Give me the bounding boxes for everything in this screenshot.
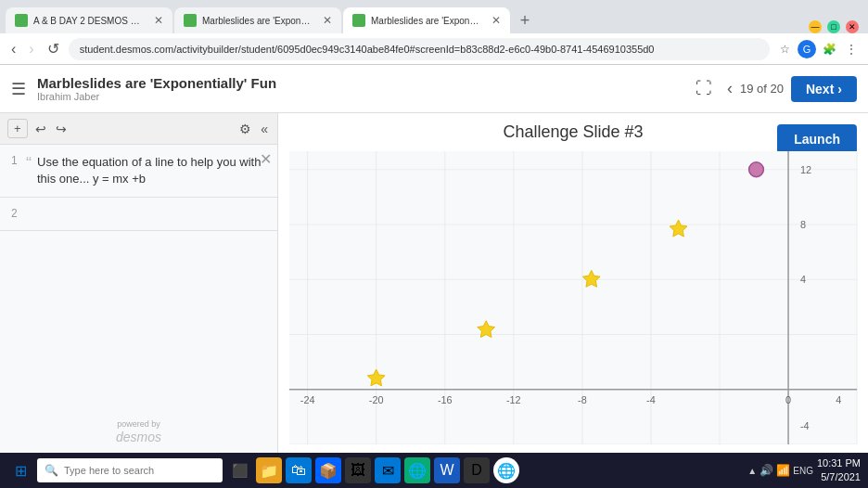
taskbar-search-bar[interactable]: 🔍 xyxy=(37,458,223,482)
app-title: Marbleslides are 'Exponentially' Fun xyxy=(37,75,696,91)
tab-2[interactable]: Marbleslides are 'Exponentially' Fun ✕ xyxy=(174,7,341,33)
taskbar-photos[interactable]: 🖼 xyxy=(345,457,371,483)
panel-item-1-num: 1 xyxy=(11,154,26,187)
tab-bar: A & B DAY 2 DESMOS CW/HW: ... ✕ Marblesl… xyxy=(0,0,868,33)
panel-item-1-quote: “ xyxy=(26,154,32,187)
taskbar: ⊞ 🔍 ⬛ 📁 🛍 📦 🖼 ✉ 🌐 W D 🌐 ▲ 🔊 📶 ENG xyxy=(0,453,868,488)
svg-text:4: 4 xyxy=(800,274,806,285)
maximize-button[interactable]: □ xyxy=(827,20,840,33)
panel-item-1-close[interactable]: ✕ xyxy=(260,150,272,168)
address-bar-row: ‹ › ↺ ☆ G 🧩 ⋮ xyxy=(0,33,868,65)
svg-text:12: 12 xyxy=(800,164,811,175)
svg-text:-12: -12 xyxy=(506,394,521,405)
svg-text:-4: -4 xyxy=(646,394,656,405)
svg-text:-16: -16 xyxy=(438,394,453,405)
tab-3-label: Marbleslides are 'Exponentially' Fun xyxy=(371,16,482,26)
taskbar-dropbox[interactable]: 📦 xyxy=(315,457,341,483)
panel-item-1-text: Use the equation of a line to help you w… xyxy=(37,154,266,187)
svg-text:-20: -20 xyxy=(369,394,384,405)
menu-icon[interactable]: ☰ xyxy=(11,79,26,99)
taskbar-edge[interactable]: 🌐 xyxy=(404,457,430,483)
taskbar-sys-icons: ▲ 🔊 📶 ENG xyxy=(747,464,813,477)
tab-3-favicon xyxy=(352,14,365,27)
browser-chrome: A & B DAY 2 DESMOS CW/HW: ... ✕ Marblesl… xyxy=(0,0,868,488)
tab-2-label: Marbleslides are 'Exponentially' Fun xyxy=(202,16,313,26)
forward-button[interactable]: › xyxy=(25,39,37,59)
svg-text:-8: -8 xyxy=(578,394,587,405)
svg-text:-24: -24 xyxy=(300,394,315,405)
svg-text:0: 0 xyxy=(785,394,791,405)
task-view-icon[interactable]: ⬛ xyxy=(226,457,252,483)
settings-icon[interactable]: ⚙ xyxy=(237,120,253,138)
collapse-panel-button[interactable]: « xyxy=(259,120,270,138)
panel-content: 1 “ Use the equation of a line to help y… xyxy=(0,145,277,231)
panel-item-2: 2 xyxy=(0,198,277,231)
tab-1[interactable]: A & B DAY 2 DESMOS CW/HW: ... ✕ xyxy=(6,7,172,33)
taskbar-word[interactable]: W xyxy=(434,457,460,483)
next-label: Next xyxy=(806,82,834,96)
tab-1-favicon xyxy=(15,14,28,27)
powered-by: powered by desmos xyxy=(0,419,277,445)
profile-icon[interactable]: G xyxy=(798,40,816,58)
graph-svg: -24 -20 -16 -12 -8 -4 0 4 12 8 4 -4 xyxy=(278,151,868,444)
start-button[interactable]: ⊞ xyxy=(7,457,33,483)
taskbar-right: ▲ 🔊 📶 ENG 10:31 PM 5/7/2021 xyxy=(747,456,861,485)
toolbar-icons: ☆ G 🧩 ⋮ xyxy=(775,40,861,58)
redo-button[interactable]: ↪ xyxy=(54,120,69,138)
back-button[interactable]: ‹ xyxy=(7,39,19,59)
undo-button[interactable]: ↩ xyxy=(33,120,48,138)
tab-2-favicon xyxy=(184,14,197,27)
eng-label: ENG xyxy=(793,466,813,476)
taskbar-chrome[interactable]: 🌐 xyxy=(493,457,519,483)
tab-3-close[interactable]: ✕ xyxy=(491,14,501,27)
extension-icon[interactable]: 🧩 xyxy=(820,40,838,58)
app-title-block: Marbleslides are 'Exponentially' Fun Ibr… xyxy=(37,75,696,102)
new-tab-button[interactable]: + xyxy=(512,7,538,33)
graph-container: -24 -20 -16 -12 -8 -4 0 4 12 8 4 -4 xyxy=(278,151,868,444)
close-button[interactable]: ✕ xyxy=(846,20,859,33)
tab-3[interactable]: Marbleslides are 'Exponentially' Fun ✕ xyxy=(343,7,510,33)
taskbar-desmos[interactable]: D xyxy=(464,457,490,483)
tab-1-label: A & B DAY 2 DESMOS CW/HW: ... xyxy=(33,16,145,26)
reload-button[interactable]: ↺ xyxy=(44,38,63,59)
date: 5/7/2021 xyxy=(817,470,861,484)
prev-page-button[interactable]: ‹ xyxy=(727,79,733,98)
svg-text:4: 4 xyxy=(836,394,841,405)
desmos-logo: desmos xyxy=(116,430,161,444)
svg-text:-4: -4 xyxy=(800,420,810,431)
next-arrow-icon: › xyxy=(837,82,842,96)
bookmark-icon[interactable]: ☆ xyxy=(775,40,794,58)
panel-item-1: 1 “ Use the equation of a line to help y… xyxy=(0,145,277,198)
taskbar-search-input[interactable] xyxy=(64,465,194,476)
main-content: + ↩ ↪ ⚙ « 1 “ Use the equation of a line… xyxy=(0,113,868,453)
page-count: 19 of 20 xyxy=(740,82,784,96)
powered-by-text: powered by xyxy=(0,419,277,429)
marble xyxy=(749,162,764,177)
app-subtitle: Ibrahim Jaber xyxy=(37,91,696,102)
left-panel: + ↩ ↪ ⚙ « 1 “ Use the equation of a line… xyxy=(0,113,278,453)
taskbar-store[interactable]: 🛍 xyxy=(286,457,312,483)
panel-toolbar: + ↩ ↪ ⚙ « xyxy=(0,113,277,145)
add-expression-button[interactable]: + xyxy=(7,119,28,138)
fullscreen-icon[interactable]: ⛶ xyxy=(696,79,712,98)
address-bar[interactable] xyxy=(69,38,770,60)
minimize-button[interactable]: — xyxy=(809,20,822,33)
taskbar-mail[interactable]: ✉ xyxy=(375,457,401,483)
launch-button[interactable]: Launch xyxy=(777,124,857,154)
taskbar-file-explorer[interactable]: 📁 xyxy=(256,457,282,483)
panel-item-2-num: 2 xyxy=(11,207,26,221)
tab-1-close[interactable]: ✕ xyxy=(154,14,163,27)
more-icon[interactable]: ⋮ xyxy=(842,40,861,58)
next-button[interactable]: Next › xyxy=(791,76,857,102)
svg-text:8: 8 xyxy=(800,219,806,230)
graph-area: Challenge Slide #3 Launch xyxy=(278,113,868,453)
taskbar-time: 10:31 PM 5/7/2021 xyxy=(817,456,861,485)
clock: 10:31 PM xyxy=(817,456,861,470)
app-header: ☰ Marbleslides are 'Exponentially' Fun I… xyxy=(0,65,868,113)
pagination: ‹ 19 of 20 Next › xyxy=(727,76,857,102)
tab-2-close[interactable]: ✕ xyxy=(323,14,332,27)
